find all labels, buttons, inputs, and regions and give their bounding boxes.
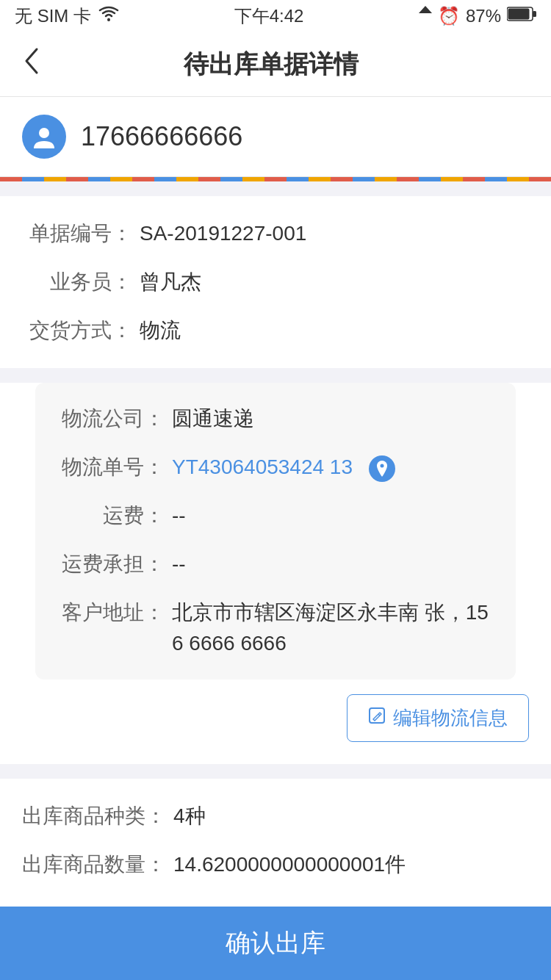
freight-label: 运费： xyxy=(54,500,172,531)
freight-value: -- xyxy=(172,500,497,531)
location-pin-icon[interactable] xyxy=(369,455,395,482)
product-type-row: 出库商品种类： 4种 xyxy=(22,801,529,832)
nav-bar: 待出库单据详情 xyxy=(0,32,551,97)
address-value: 北京市市辖区海淀区永丰南 张，156 6666 6666 xyxy=(172,597,497,659)
freight-bearer-value: -- xyxy=(172,549,497,580)
section-divider-1 xyxy=(0,764,551,779)
document-number-row: 单据编号： SA-20191227-001 xyxy=(22,218,529,249)
document-number-label: 单据编号： xyxy=(22,218,140,249)
logistics-section: 物流公司： 圆通速递 物流单号： YT43064053424 13 运费： --… xyxy=(35,383,516,680)
salesperson-row: 业务员： 曾凡杰 xyxy=(22,267,529,298)
delivery-method-label: 交货方式： xyxy=(22,315,140,346)
battery-icon xyxy=(507,6,536,26)
battery-percent: 87% xyxy=(466,6,501,26)
customer-phone: 17666666666 xyxy=(81,121,242,152)
product-quantity-row: 出库商品数量： 14.6200000000000001件 xyxy=(22,849,529,880)
status-right: ⏰ 87% xyxy=(419,6,536,26)
basic-info-section: 单据编号： SA-20191227-001 业务员： 曾凡杰 交货方式： 物流 xyxy=(0,196,551,368)
outbound-stats-section: 出库商品种类： 4种 出库商品数量： 14.6200000000000001件 xyxy=(0,779,551,895)
svg-rect-3 xyxy=(508,9,530,20)
edit-logistics-label: 编辑物流信息 xyxy=(393,705,508,731)
location-icon xyxy=(419,6,432,26)
sim-status: 无 SIM 卡 xyxy=(15,4,91,28)
salesperson-value: 曾凡杰 xyxy=(140,267,529,298)
logistics-company-value: 圆通速递 xyxy=(172,403,497,434)
logistics-company-label: 物流公司： xyxy=(54,403,172,434)
freight-bearer-label: 运费承担： xyxy=(54,549,172,580)
alarm-icon: ⏰ xyxy=(438,6,460,26)
delivery-method-value: 物流 xyxy=(140,315,529,346)
document-number-value: SA-20191227-001 xyxy=(140,218,529,249)
status-left: 无 SIM 卡 xyxy=(15,4,119,28)
product-type-label: 出库商品种类： xyxy=(22,801,173,832)
logistics-company-row: 物流公司： 圆通速递 xyxy=(54,403,497,434)
customer-header: 17666666666 xyxy=(0,97,551,177)
edit-logistics-area: 编辑物流信息 xyxy=(0,680,551,764)
edit-icon xyxy=(368,707,386,729)
product-quantity-label: 出库商品数量： xyxy=(22,849,173,880)
confirm-outbound-button[interactable]: 确认出库 xyxy=(0,907,551,980)
svg-point-5 xyxy=(39,128,49,138)
address-label: 客户地址： xyxy=(54,597,172,628)
back-button[interactable] xyxy=(22,46,40,82)
page-title: 待出库单据详情 xyxy=(54,48,488,82)
tracking-number-row: 物流单号： YT43064053424 13 xyxy=(54,452,497,483)
svg-point-6 xyxy=(380,464,383,467)
svg-rect-4 xyxy=(533,11,536,17)
product-type-value: 4种 xyxy=(173,801,529,832)
dashed-divider xyxy=(0,177,551,181)
status-bar: 无 SIM 卡 下午4:42 ⏰ 87% xyxy=(0,0,551,32)
logistics-wrapper: 物流公司： 圆通速递 物流单号： YT43064053424 13 运费： --… xyxy=(0,383,551,680)
svg-marker-1 xyxy=(419,6,432,13)
confirm-button-label: 确认出库 xyxy=(226,926,325,960)
edit-logistics-button[interactable]: 编辑物流信息 xyxy=(347,694,529,742)
avatar xyxy=(22,115,66,159)
product-quantity-value: 14.6200000000000001件 xyxy=(173,849,529,880)
wifi-icon xyxy=(98,6,119,26)
delivery-method-row: 交货方式： 物流 xyxy=(22,315,529,346)
tracking-number-value: YT43064053424 13 xyxy=(172,452,497,483)
status-time: 下午4:42 xyxy=(234,4,304,28)
salesperson-label: 业务员： xyxy=(22,267,140,298)
tracking-number-label: 物流单号： xyxy=(54,452,172,483)
freight-row: 运费： -- xyxy=(54,500,497,531)
svg-point-0 xyxy=(107,18,110,21)
freight-bearer-row: 运费承担： -- xyxy=(54,549,497,580)
address-row: 客户地址： 北京市市辖区海淀区永丰南 张，156 6666 6666 xyxy=(54,597,497,659)
